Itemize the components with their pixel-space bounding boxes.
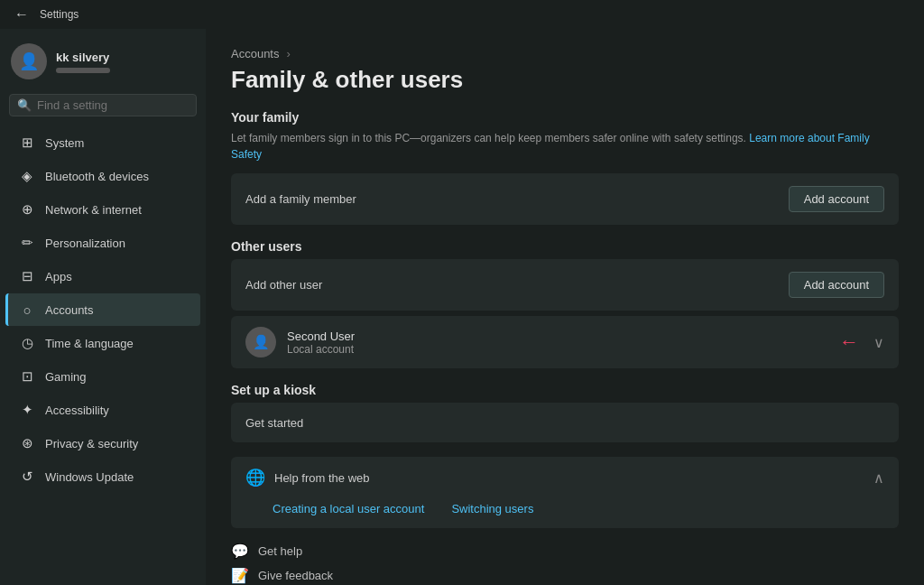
sidebar-label-accounts: Accounts [45, 303, 93, 317]
globe-icon: 🌐 [245, 468, 265, 488]
search-box[interactable]: 🔍 [9, 94, 197, 116]
other-users-title: Other users [231, 239, 899, 254]
accounts-icon: ○ [18, 301, 36, 319]
kiosk-section: Set up a kiosk Get started [231, 383, 899, 442]
update-icon: ↺ [18, 468, 36, 486]
breadcrumb-sep: › [286, 47, 290, 60]
sidebar-item-apps[interactable]: ⊟ Apps [5, 260, 200, 292]
gaming-icon: ⊡ [18, 367, 36, 385]
second-user-card[interactable]: 👤 Second User Local account ← ∨ [231, 316, 899, 368]
help-header[interactable]: 🌐 Help from the web ∧ [231, 457, 899, 498]
give-feedback-icon: 📝 [231, 567, 249, 584]
sidebar-label-accessibility: Accessibility [45, 404, 109, 417]
sidebar-item-update[interactable]: ↺ Windows Update [5, 460, 200, 493]
get-help-button[interactable]: 💬 Get help [231, 543, 899, 560]
help-links: Creating a local user account Switching … [231, 498, 899, 528]
privacy-icon: ⊛ [18, 434, 36, 452]
help-link-local-account[interactable]: Creating a local user account [273, 502, 424, 515]
get-help-label: Get help [258, 544, 302, 558]
chevron-up-icon: ∧ [873, 469, 884, 487]
bluetooth-icon: ◈ [18, 167, 36, 185]
search-icon: 🔍 [17, 98, 32, 112]
user-name: kk silvery [56, 51, 110, 64]
sidebar-item-gaming[interactable]: ⊡ Gaming [5, 360, 200, 393]
accessibility-icon: ✦ [18, 401, 36, 419]
kiosk-label: Get started [245, 416, 303, 430]
sidebar-label-system: System [45, 136, 84, 150]
sidebar-item-accounts[interactable]: ○ Accounts [5, 293, 200, 326]
personalization-icon: ✏ [18, 234, 36, 252]
help-title: Help from the web [274, 471, 370, 485]
back-button[interactable]: ← [11, 4, 32, 25]
titlebar: ← Settings [0, 0, 924, 29]
your-family-desc: Let family members sign in to this PC—or… [231, 130, 899, 162]
kiosk-card[interactable]: Get started [231, 403, 899, 442]
sidebar-label-network: Network & internet [45, 203, 142, 217]
add-other-user-label: Add other user [245, 278, 322, 292]
add-family-label: Add a family member [245, 192, 356, 206]
user-profile[interactable]: 👤 kk silvery [0, 29, 206, 90]
nav-list: ⊞ System ◈ Bluetooth & devices ⊕ Network… [0, 125, 206, 494]
add-family-button[interactable]: Add account [789, 186, 884, 212]
add-family-card: Add a family member Add account [231, 173, 899, 225]
sidebar-item-network[interactable]: ⊕ Network & internet [5, 193, 200, 226]
apps-icon: ⊟ [18, 267, 36, 285]
red-arrow-indicator: ← [839, 330, 859, 354]
get-help-icon: 💬 [231, 543, 249, 560]
second-user-name: Second User [287, 330, 355, 343]
other-users-section: Other users Add other user Add account 👤… [231, 239, 899, 368]
add-other-user-card: Add other user Add account [231, 259, 899, 311]
sidebar-label-privacy: Privacy & security [45, 437, 138, 450]
your-family-section: Your family Let family members sign in t… [231, 110, 899, 225]
page-title: Family & other users [231, 66, 899, 94]
sidebar-item-time[interactable]: ◷ Time & language [5, 327, 200, 359]
sidebar-label-personalization: Personalization [45, 237, 125, 250]
sidebar-item-accessibility[interactable]: ✦ Accessibility [5, 394, 200, 426]
sidebar-item-personalization[interactable]: ✏ Personalization [5, 227, 200, 259]
system-icon: ⊞ [18, 134, 36, 152]
sidebar-label-update: Windows Update [45, 470, 134, 484]
sidebar-label-bluetooth: Bluetooth & devices [45, 170, 149, 183]
breadcrumb-parent: Accounts [231, 47, 279, 60]
user-bar [56, 68, 110, 73]
second-user-type: Local account [287, 343, 355, 356]
breadcrumb: Accounts › [231, 47, 899, 60]
main-content: Accounts › Family & other users Your fam… [206, 29, 924, 585]
chevron-down-icon: ∨ [873, 334, 884, 351]
sidebar: 👤 kk silvery 🔍 ⊞ System ◈ Bluetooth & de… [0, 29, 206, 585]
kiosk-title: Set up a kiosk [231, 383, 899, 397]
titlebar-title: Settings [40, 8, 79, 21]
network-icon: ⊕ [18, 200, 36, 218]
give-feedback-label: Give feedback [258, 569, 333, 582]
sidebar-label-apps: Apps [45, 270, 72, 283]
avatar: 👤 [11, 43, 47, 79]
sidebar-item-system[interactable]: ⊞ System [5, 126, 200, 159]
time-icon: ◷ [18, 334, 36, 352]
sidebar-item-bluetooth[interactable]: ◈ Bluetooth & devices [5, 160, 200, 192]
bottom-actions: 💬 Get help 📝 Give feedback [231, 534, 899, 584]
second-user-avatar: 👤 [245, 327, 276, 358]
sidebar-label-time: Time & language [45, 337, 134, 350]
your-family-title: Your family [231, 110, 899, 125]
sidebar-label-gaming: Gaming [45, 370, 87, 384]
give-feedback-button[interactable]: 📝 Give feedback [231, 567, 899, 584]
search-input[interactable] [37, 98, 189, 112]
sidebar-item-privacy[interactable]: ⊛ Privacy & security [5, 427, 200, 460]
add-other-user-button[interactable]: Add account [789, 272, 884, 298]
help-link-switching-users[interactable]: Switching users [451, 502, 533, 515]
help-card: 🌐 Help from the web ∧ Creating a local u… [231, 457, 899, 528]
